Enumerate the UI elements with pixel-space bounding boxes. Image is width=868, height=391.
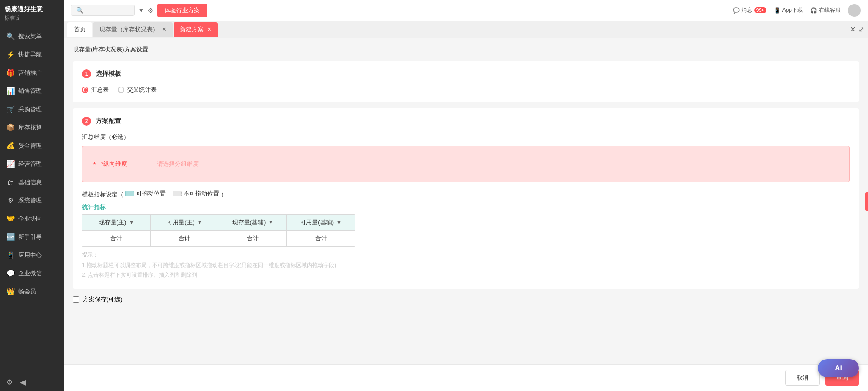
ai-fab-button[interactable]: Ai (818, 359, 859, 377)
radio-cross[interactable]: 交叉统计表 (118, 86, 157, 94)
col4-sub: 合计 (315, 234, 327, 242)
step1-badge: 1 (82, 69, 91, 78)
tip-item-1: 1.拖动标题栏可以调整布局，不可跨维度或指标区域拖动栏目字段(只能在同一维度或指… (82, 262, 850, 269)
tabs-bar: 首页 现存量（库存状况表） ✕ 新建方案 ✕ ✕ ⤢ (64, 21, 868, 38)
content-area: 现存量(库存状况表)方案设置 1 选择模板 汇总表 交叉统计表 2 (64, 38, 868, 364)
save-section: 方案保存(可选) (73, 295, 859, 304)
sidebar-item-marketing[interactable]: 🎁 营销推广 (0, 64, 64, 82)
tab-inventory-status[interactable]: 现存量（库存状况表） ✕ (93, 22, 173, 37)
sidebar-bottom: ⚙ ◀ (0, 373, 64, 391)
page-title: 现存量(库存状况表)方案设置 (73, 46, 859, 54)
sidebar-item-label: 企业协同 (18, 215, 42, 223)
search-input[interactable] (86, 7, 123, 14)
template-radio-group: 汇总表 交叉统计表 (82, 86, 850, 94)
sidebar-item-system[interactable]: ⚙ 系统管理 (0, 191, 64, 210)
marketing-icon: 🎁 (6, 69, 15, 77)
radio-summary[interactable]: 汇总表 (82, 86, 109, 94)
radio-cross-circle (118, 87, 124, 93)
stats-col4-data: 合计 (287, 231, 355, 246)
cooperation-icon: 🤝 (6, 215, 15, 223)
dim-label: *纵向维度 (101, 160, 127, 168)
sidebar-item-label: 经营管理 (18, 160, 42, 168)
stats-col4-header[interactable]: 可用量(基辅) ▼ (287, 215, 355, 230)
tips-section: 提示： 1.拖动标题栏可以调整布局，不可跨维度或指标区域拖动栏目字段(只能在同一… (82, 251, 850, 279)
step1-section: 1 选择模板 汇总表 交叉统计表 (73, 61, 859, 102)
stats-table: 现存量(主) ▼ 可用量(主) ▼ 现存量(基辅) ▼ 可用量(基辅) ▼ (82, 214, 355, 247)
main-area: 🔍 ▼ ⚙ 体验行业方案 💬 消息 99+ 📱 App下载 🎧 在线客服 (64, 0, 868, 391)
sidebar-scroll: 🔍 搜索菜单 ⚡ 快捷导航 🎁 营销推广 📊 销售管理 🛒 采购管理 📦 库存核… (0, 27, 64, 373)
sidebar-item-label: 搜索菜单 (18, 32, 42, 41)
online-service-button[interactable]: 🎧 在线客服 (810, 6, 841, 14)
sidebar-item-label: 新手引导 (18, 233, 42, 241)
right-edge-indicator (865, 192, 868, 211)
metrics-config-label: 模板指标设定（ 可拖动位置 不可拖动位置 ） (82, 190, 850, 199)
col1-chevron[interactable]: ▼ (129, 220, 134, 225)
inventory-icon: 📦 (6, 123, 15, 132)
messages-label: 消息 (741, 6, 752, 14)
sidebar-item-label: 快捷导航 (18, 51, 42, 59)
messages-button[interactable]: 💬 消息 99+ (733, 6, 766, 14)
sidebar-item-base-info[interactable]: 🗂 基础信息 (0, 173, 64, 191)
settings-icon[interactable]: ⚙ (6, 378, 13, 386)
topbar-gear-icon[interactable]: ⚙ (148, 7, 153, 14)
save-checkbox[interactable] (73, 296, 79, 303)
stats-col3-header[interactable]: 现存量(基辅) ▼ (219, 215, 287, 230)
col3-label: 现存量(基辅) (232, 218, 266, 226)
sidebar-item-app-center[interactable]: 📱 应用中心 (0, 246, 64, 264)
col4-chevron[interactable]: ▼ (337, 220, 342, 225)
user-avatar[interactable] (848, 4, 861, 17)
search-icon: 🔍 (6, 32, 15, 41)
app-download-button[interactable]: 📱 App下载 (774, 6, 803, 14)
trial-button[interactable]: 体验行业方案 (157, 4, 207, 17)
col2-chevron[interactable]: ▼ (197, 220, 202, 225)
tab-new-plan-close[interactable]: ✕ (207, 26, 211, 32)
step2-header: 2 方案配置 (82, 117, 850, 126)
service-icon: 🎧 (810, 7, 817, 14)
draggable-legend-box (125, 191, 134, 196)
sidebar-item-search[interactable]: 🔍 搜索菜单 (0, 27, 64, 46)
sidebar-item-label: 销售管理 (18, 87, 42, 95)
app-download-label: App下载 (782, 6, 803, 14)
topbar: 🔍 ▼ ⚙ 体验行业方案 💬 消息 99+ 📱 App下载 🎧 在线客服 (64, 0, 868, 21)
sidebar-item-wechat-biz[interactable]: 💬 企业微信 (0, 264, 64, 283)
fixed-legend-box (173, 191, 182, 196)
topbar-left: 🔍 ▼ ⚙ 体验行业方案 (71, 4, 727, 17)
sidebar-item-cooperation[interactable]: 🤝 企业协同 (0, 210, 64, 228)
wechat-biz-icon: 💬 (6, 269, 15, 278)
sidebar-item-finance[interactable]: 💰 资金管理 (0, 137, 64, 155)
tip-item-2-text: 2. 点击标题栏下拉可设置排序、插入列和删除列 (82, 272, 197, 278)
stats-col1-header[interactable]: 现存量(主) ▼ (82, 215, 151, 230)
sidebar-item-label: 库存核算 (18, 123, 42, 132)
close-tab-icon[interactable]: ✕ (850, 25, 856, 34)
sidebar-item-label: 资金管理 (18, 142, 42, 150)
collapse-icon[interactable]: ◀ (20, 378, 26, 386)
col2-sub: 合计 (179, 234, 190, 242)
col3-chevron[interactable]: ▼ (268, 220, 273, 225)
sidebar-item-inventory[interactable]: 📦 库存核算 (0, 118, 64, 137)
step1-header: 1 选择模板 (82, 69, 850, 78)
tab-new-plan[interactable]: 新建方案 ✕ (174, 22, 218, 37)
topbar-search-box[interactable]: 🔍 (71, 5, 135, 16)
sidebar-item-label: 应用中心 (18, 251, 42, 259)
stats-col2-header[interactable]: 可用量(主) ▼ (151, 215, 219, 230)
tab-inventory-close[interactable]: ✕ (162, 26, 166, 32)
tab-home[interactable]: 首页 (67, 22, 92, 37)
stats-col2-data: 合计 (151, 231, 219, 246)
draggable-legend-label: 可拖动位置 (136, 190, 166, 198)
sidebar-item-new-guide[interactable]: 🆕 新手引导 (0, 228, 64, 246)
stats-header-row: 现存量(主) ▼ 可用量(主) ▼ 现存量(基辅) ▼ 可用量(基辅) ▼ (82, 215, 355, 231)
dim-asterisk: * (93, 161, 96, 168)
operations-icon: 📈 (6, 160, 15, 168)
expand-icon[interactable]: ⤢ (858, 25, 864, 34)
sidebar-item-sales[interactable]: 📊 销售管理 (0, 82, 64, 100)
sidebar-item-vip[interactable]: 👑 畅会员 (0, 283, 64, 301)
app-name: 畅康通好生意 (5, 5, 59, 14)
cancel-button[interactable]: 取消 (785, 370, 820, 386)
sidebar-item-operations[interactable]: 📈 经营管理 (0, 155, 64, 173)
sidebar-item-purchase[interactable]: 🛒 采购管理 (0, 100, 64, 118)
new-guide-icon: 🆕 (6, 233, 15, 241)
topbar-dropdown[interactable]: ▼ (138, 7, 144, 14)
dimension-required-area[interactable]: * *纵向维度 —— 请选择分组维度 (82, 146, 850, 182)
dim-dash: —— (136, 161, 148, 168)
sidebar-item-quick-nav[interactable]: ⚡ 快捷导航 (0, 46, 64, 64)
